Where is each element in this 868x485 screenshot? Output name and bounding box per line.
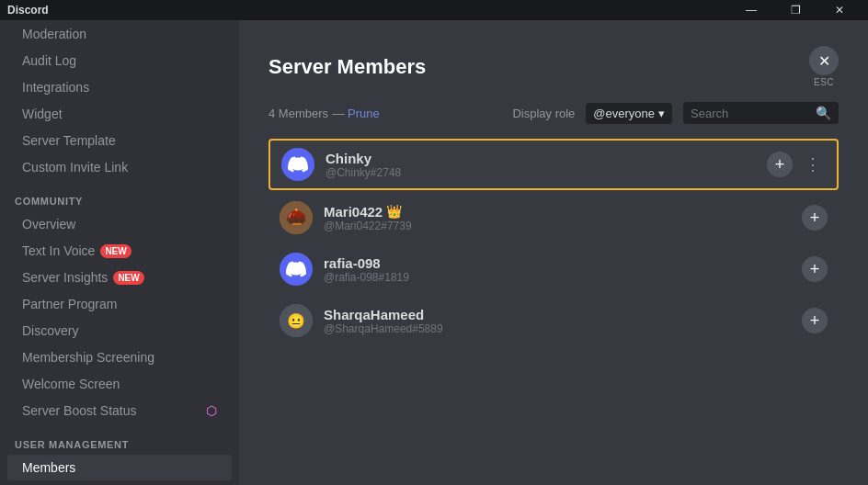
avatar: 😐 bbox=[280, 304, 313, 337]
sidebar-item-members[interactable]: Members bbox=[7, 455, 232, 480]
sidebar-item-label: Members bbox=[22, 460, 75, 475]
member-info: Chinky @Chinky#2748 bbox=[326, 151, 767, 179]
avatar bbox=[281, 148, 314, 181]
add-role-button[interactable]: + bbox=[767, 152, 793, 177]
title-bar: Discord — ❐ ✕ bbox=[0, 0, 868, 20]
prune-link[interactable]: Prune bbox=[348, 107, 380, 120]
sidebar-item-welcome-screen[interactable]: Welcome Screen bbox=[7, 371, 232, 397]
close-button[interactable]: ✕ bbox=[818, 0, 861, 20]
member-name: SharqaHameed bbox=[324, 307, 802, 322]
member-tag: @rafia-098#1819 bbox=[324, 271, 802, 284]
sidebar-item-label: Server Insights bbox=[22, 270, 108, 285]
add-role-button[interactable]: + bbox=[802, 256, 828, 282]
member-info: SharqaHameed @SharqaHameed#5889 bbox=[324, 307, 802, 335]
sidebar-item-server-boost-status[interactable]: Server Boost Status ⬡ bbox=[7, 398, 232, 423]
crown-icon: 👑 bbox=[386, 204, 402, 219]
minimize-button[interactable]: — bbox=[730, 0, 772, 20]
esc-button[interactable]: ✕ ESC bbox=[809, 46, 839, 87]
app-name: Discord bbox=[7, 4, 49, 17]
table-row[interactable]: 😐 SharqaHameed @SharqaHameed#5889 + bbox=[268, 297, 839, 344]
table-row[interactable]: 🌰 Mari0422 👑 @Mari0422#7739 + bbox=[268, 194, 839, 242]
esc-label: ESC bbox=[814, 77, 834, 87]
sidebar-group-community: COMMUNITY Overview Text In Voice NEW Ser… bbox=[0, 181, 239, 397]
sidebar-item-widget[interactable]: Widget bbox=[7, 101, 232, 127]
display-role-select[interactable]: @everyone ▾ bbox=[586, 103, 672, 124]
sidebar-item-label: Membership Screening bbox=[22, 350, 154, 365]
role-value: @everyone bbox=[593, 107, 655, 120]
table-row[interactable]: Chinky @Chinky#2748 + ⋮ ← bbox=[268, 139, 839, 190]
main-header: Server Members ✕ ESC bbox=[268, 46, 839, 87]
sidebar-group-boost: Server Boost Status ⬡ bbox=[0, 398, 239, 423]
avatar: 🌰 bbox=[280, 201, 313, 234]
app-body: Moderation Audit Log Integrations Widget… bbox=[0, 20, 868, 485]
sidebar-item-server-insights[interactable]: Server Insights NEW bbox=[7, 265, 232, 290]
sidebar-item-text-in-voice[interactable]: Text In Voice NEW bbox=[7, 238, 232, 264]
member-actions: + bbox=[802, 256, 828, 282]
new-badge-server-insights: NEW bbox=[113, 271, 143, 285]
main-content: Server Members ✕ ESC 4 Members — Prune D… bbox=[239, 20, 868, 485]
sidebar-item-label: Moderation bbox=[22, 27, 86, 41]
members-count-area: 4 Members — Prune bbox=[268, 105, 380, 121]
sidebar-item-moderation[interactable]: Moderation bbox=[7, 21, 232, 47]
sidebar-item-server-template[interactable]: Server Template bbox=[7, 128, 232, 153]
sidebar-item-label: Server Boost Status bbox=[22, 403, 137, 418]
sidebar-group-settings: Moderation Audit Log Integrations Widget… bbox=[0, 21, 239, 180]
member-tag: @Chinky#2748 bbox=[326, 166, 767, 179]
member-actions: + ⋮ bbox=[767, 152, 826, 177]
member-actions: + bbox=[802, 205, 828, 231]
sidebar-item-label: Overview bbox=[22, 217, 75, 231]
sidebar-item-label: Custom Invite Link bbox=[22, 160, 128, 175]
sidebar-item-invites[interactable]: Invites bbox=[7, 481, 232, 485]
table-row[interactable]: rafia-098 @rafia-098#1819 + bbox=[268, 245, 839, 293]
new-badge-text-in-voice: NEW bbox=[100, 244, 131, 258]
sidebar-group-user-management: USER MANAGEMENT Members Invites Bans bbox=[0, 424, 239, 485]
member-tag: @SharqaHameed#5889 bbox=[324, 322, 802, 335]
more-options-button[interactable]: ⋮ bbox=[800, 152, 826, 177]
sidebar-section-user-management: USER MANAGEMENT bbox=[0, 424, 239, 454]
sidebar-item-label: Widget bbox=[22, 107, 63, 121]
members-filters: Display role @everyone ▾ 🔍 bbox=[512, 102, 839, 124]
search-input[interactable] bbox=[691, 107, 810, 120]
sidebar-item-label: Partner Program bbox=[22, 297, 117, 311]
member-name: Mari0422 bbox=[324, 204, 383, 220]
sidebar-item-audit-log[interactable]: Audit Log bbox=[7, 48, 232, 73]
sidebar-item-label: Text In Voice bbox=[22, 243, 95, 258]
chevron-down-icon: ▾ bbox=[658, 107, 665, 120]
esc-circle-icon[interactable]: ✕ bbox=[809, 46, 839, 75]
sidebar-item-label: Server Template bbox=[22, 133, 116, 148]
avatar bbox=[280, 253, 313, 286]
sidebar-item-label: Discovery bbox=[22, 323, 78, 338]
member-name: rafia-098 bbox=[324, 255, 802, 271]
sidebar-item-label: Welcome Screen bbox=[22, 377, 120, 391]
svg-text:🌰: 🌰 bbox=[286, 207, 307, 227]
sidebar-item-overview[interactable]: Overview bbox=[7, 211, 232, 237]
member-info: rafia-098 @rafia-098#1819 bbox=[324, 255, 802, 284]
title-bar-left: Discord bbox=[7, 4, 49, 17]
member-actions: + bbox=[802, 308, 828, 333]
sidebar-item-partner-program[interactable]: Partner Program bbox=[7, 291, 232, 317]
display-role-label: Display role bbox=[512, 107, 575, 120]
sidebar-item-label: Integrations bbox=[22, 80, 89, 95]
sidebar-section-community: COMMUNITY bbox=[0, 181, 239, 210]
search-bar: 🔍 bbox=[683, 102, 839, 124]
boost-icon: ⬡ bbox=[206, 403, 217, 418]
members-count: 4 Members bbox=[268, 107, 328, 120]
svg-text:😐: 😐 bbox=[287, 312, 305, 330]
sidebar-item-label: Audit Log bbox=[22, 53, 76, 68]
sidebar-item-discovery[interactable]: Discovery bbox=[7, 318, 232, 344]
member-info: Mari0422 👑 @Mari0422#7739 bbox=[324, 204, 802, 232]
restore-button[interactable]: ❐ bbox=[774, 0, 817, 20]
page-title: Server Members bbox=[268, 55, 426, 79]
search-icon: 🔍 bbox=[816, 106, 831, 120]
add-role-button[interactable]: + bbox=[802, 308, 828, 333]
sidebar-item-custom-invite-link[interactable]: Custom Invite Link bbox=[7, 154, 232, 180]
sidebar: Moderation Audit Log Integrations Widget… bbox=[0, 20, 239, 485]
member-tag: @Mari0422#7739 bbox=[324, 220, 802, 232]
sidebar-item-integrations[interactable]: Integrations bbox=[7, 74, 232, 100]
sidebar-item-membership-screening[interactable]: Membership Screening bbox=[7, 344, 232, 370]
member-list: Chinky @Chinky#2748 + ⋮ ← 🌰 bbox=[268, 139, 839, 459]
members-subheader: 4 Members — Prune Display role @everyone… bbox=[268, 102, 839, 124]
member-name: Chinky bbox=[326, 151, 767, 166]
title-bar-controls: — ❐ ✕ bbox=[730, 0, 861, 20]
add-role-button[interactable]: + bbox=[802, 205, 828, 231]
